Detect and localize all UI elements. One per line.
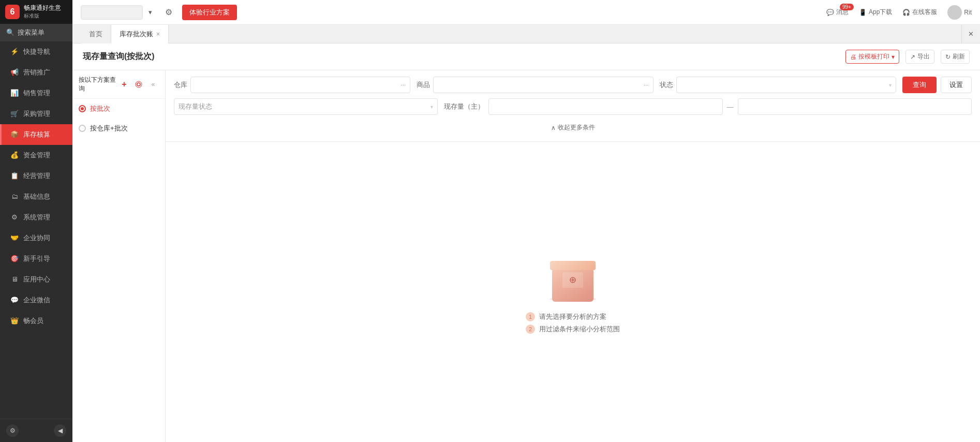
quantity-min-input[interactable] <box>489 103 722 111</box>
svg-point-1 <box>136 81 142 87</box>
left-panel-title: 按以下方案查询 <box>79 76 118 93</box>
wechat-icon: 💬 <box>10 296 19 305</box>
status-field: 状态 ▾ <box>660 77 896 93</box>
online-service-btn[interactable]: 🎧 在线客服 <box>902 8 937 17</box>
left-panel: 按以下方案查询 + « 按批次 <box>72 70 166 442</box>
export-label: 导出 <box>917 52 930 61</box>
topbar-dropdown-btn[interactable]: ▾ <box>145 7 155 18</box>
app-edition: 标准版 <box>24 12 61 20</box>
refresh-btn[interactable]: ↻ 刷新 <box>941 50 970 64</box>
left-panel-actions: + « <box>118 79 159 90</box>
sidebar-item-inventory[interactable]: 📦 库存核算 <box>0 124 72 145</box>
inventory-icon: 📦 <box>10 130 19 139</box>
sidebar-item-quick-nav[interactable]: ⚡ 快捷导航 <box>0 41 72 62</box>
tab-inventory-batch[interactable]: 库存批次账 × <box>111 25 169 43</box>
search-menu-btn[interactable]: 🔍 搜索菜单 <box>0 24 72 41</box>
sidebar-item-newbie[interactable]: 🎯 新手引导 <box>0 248 72 269</box>
export-btn[interactable]: ↗ 导出 <box>905 50 934 64</box>
sidebar-footer: ⚙ ◀ <box>0 419 72 442</box>
app-download-btn[interactable]: 📱 App下载 <box>859 8 892 17</box>
sidebar-item-label: 销售管理 <box>23 89 50 98</box>
printer-icon: 🖨 <box>850 53 856 61</box>
warehouse-field: 仓库 ··· <box>174 77 410 93</box>
product-label: 商品 <box>417 80 430 90</box>
sidebar-item-label: 新手引导 <box>23 254 50 263</box>
status-select[interactable]: ▾ <box>676 77 896 93</box>
product-input[interactable] <box>434 81 639 89</box>
sidebar-item-purchase[interactable]: 🛒 采购管理 <box>0 104 72 124</box>
username-label: Rit <box>964 9 972 16</box>
scheme-settings-btn[interactable] <box>133 79 144 90</box>
experience-btn[interactable]: 体验行业方案 <box>182 5 237 20</box>
sidebar-item-marketing[interactable]: 📢 营销推广 <box>0 62 72 83</box>
message-icon: 💬 <box>826 9 834 16</box>
hint-num-1: 1 <box>526 312 535 321</box>
sidebar-item-member[interactable]: 👑 畅会员 <box>0 311 72 331</box>
add-scheme-btn[interactable]: + <box>118 79 130 90</box>
phone-icon: 📱 <box>859 9 867 16</box>
sidebar-item-enterprise-wechat[interactable]: 💬 企业微信 <box>0 290 72 311</box>
quantity-min-input-wrap[interactable] <box>488 98 723 115</box>
tab-close-all-btn[interactable]: ✕ <box>961 25 980 43</box>
marketing-icon: 📢 <box>10 68 19 77</box>
sidebar-item-app-center[interactable]: 🖥 应用中心 <box>0 269 72 290</box>
collapse-label: 收起更多条件 <box>558 123 595 132</box>
tab-close-btn[interactable]: × <box>156 31 160 38</box>
search-icon: 🔍 <box>6 28 14 36</box>
sidebar-item-label: 系统管理 <box>23 213 50 222</box>
tab-home[interactable]: 首页 <box>81 25 111 43</box>
product-more-icon[interactable]: ··· <box>640 81 653 89</box>
topbar: ▾ ⚙ 体验行业方案 💬 消息 99+ 📱 App下载 🎧 在线客服 Rit <box>72 0 980 25</box>
quantity-dash: — <box>723 103 738 111</box>
search-menu-label: 搜索菜单 <box>18 28 44 37</box>
export-icon: ↗ <box>910 53 915 61</box>
sidebar-item-label: 采购管理 <box>23 109 50 119</box>
scheme-item-label: 按仓库+批次 <box>90 124 128 133</box>
content-area: 现存量查询(按批次) 🖨 按模板打印 ▾ ↗ 导出 ↻ 刷新 <box>72 43 980 442</box>
sidebar-item-finance[interactable]: 💰 资金管理 <box>0 145 72 166</box>
sidebar-item-label: 经营管理 <box>23 171 50 181</box>
body-split: 按以下方案查询 + « 按批次 <box>72 70 980 442</box>
sidebar-collapse-btn[interactable]: ◀ <box>54 424 66 437</box>
messages-btn[interactable]: 💬 消息 99+ <box>826 8 849 17</box>
refresh-icon: ↻ <box>945 53 951 61</box>
query-btn[interactable]: 查询 <box>902 77 937 93</box>
quick-nav-icon: ⚡ <box>10 47 19 56</box>
topbar-gear-btn[interactable]: ⚙ <box>161 5 176 20</box>
hint-num-2: 2 <box>526 325 535 334</box>
sidebar-item-enterprise-collab[interactable]: 🤝 企业协同 <box>0 228 72 248</box>
warehouse-label: 仓库 <box>174 80 187 90</box>
print-btn[interactable]: 🖨 按模板打印 ▾ <box>845 50 899 64</box>
quantity-max-input[interactable] <box>738 103 972 111</box>
hint-2: 2 用过滤条件来缩小分析范围 <box>526 325 620 334</box>
sidebar-settings-btn[interactable]: ⚙ <box>6 424 19 437</box>
warehouse-input-wrap[interactable]: ··· <box>190 77 410 93</box>
messages-badge: 99+ <box>840 4 854 10</box>
settings-btn[interactable]: 设置 <box>941 77 972 93</box>
product-input-wrap[interactable]: ··· <box>433 77 653 93</box>
sidebar-item-sales[interactable]: 📊 销售管理 <box>0 83 72 104</box>
warehouse-input[interactable] <box>191 81 396 89</box>
sidebar-item-base-info[interactable]: 🗂 基础信息 <box>0 186 72 207</box>
radio-by-warehouse-batch <box>79 125 86 132</box>
quantity-max-input-wrap[interactable] <box>738 98 972 115</box>
newbie-icon: 🎯 <box>10 254 19 263</box>
inventory-status-select[interactable]: 现存量状态 ▾ <box>174 98 438 115</box>
scheme-item-by-warehouse-batch[interactable]: 按仓库+批次 <box>72 119 165 138</box>
base-info-icon: 🗂 <box>10 192 19 201</box>
inventory-status-field: 现存量状态 ▾ <box>174 98 438 115</box>
filter-row-2: 现存量状态 ▾ 现存量（主） — <box>174 98 972 115</box>
collapse-left-btn[interactable]: « <box>147 79 159 90</box>
collapse-more-btn[interactable]: ∧ 收起更多条件 <box>174 120 972 135</box>
empty-hints: 1 请先选择要分析的方案 2 用过滤条件来缩小分析范围 <box>526 312 620 334</box>
sidebar-item-operations[interactable]: 📋 经营管理 <box>0 166 72 186</box>
user-avatar-btn[interactable]: Rit <box>947 5 972 20</box>
left-panel-header: 按以下方案查询 + « <box>72 70 165 99</box>
finance-icon: 💰 <box>10 151 19 160</box>
scheme-item-by-batch[interactable]: 按批次 <box>72 99 165 119</box>
filter-row-1: 仓库 ··· 商品 ··· 状态 <box>174 77 972 93</box>
sidebar-item-system[interactable]: ⚙ 系统管理 <box>0 207 72 228</box>
status-label: 状态 <box>660 80 673 90</box>
system-icon: ⚙ <box>10 213 19 222</box>
warehouse-more-icon[interactable]: ··· <box>396 81 410 89</box>
